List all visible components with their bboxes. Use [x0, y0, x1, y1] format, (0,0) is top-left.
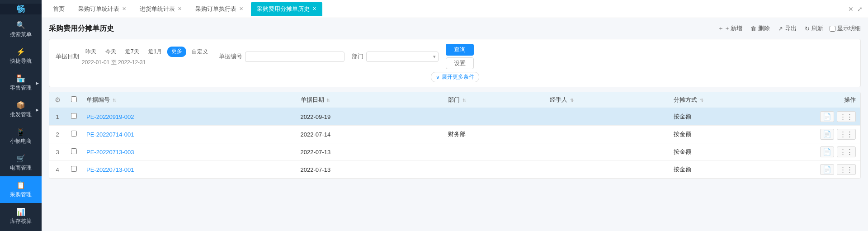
settings-column-header[interactable]: ⚙ — [49, 92, 66, 108]
docno-link[interactable]: PE-20220713-003 — [86, 149, 134, 156]
tab-home[interactable]: 首页 — [47, 2, 71, 16]
row-checkbox[interactable] — [71, 166, 77, 172]
docno-link[interactable]: PE-20220714-001 — [86, 131, 134, 138]
docno-column-header: 单据编号 ⇅ — [82, 92, 296, 108]
docno-link[interactable]: PE-20220713-001 — [86, 166, 134, 173]
more-action-icon[interactable]: ⋮⋮ — [837, 129, 856, 140]
table-row: 3 PE-20220713-003 2022-07-13 按金额 📄 ⋮⋮ — [49, 143, 860, 161]
tab-close-icon[interactable]: ✕ — [122, 6, 126, 12]
row-docdate-cell: 2022-07-14 — [296, 126, 443, 143]
col-label: 部门 — [448, 96, 460, 103]
table-body: 1 PE-20220919-002 2022-09-19 按金额 📄 ⋮⋮ 2 — [49, 108, 860, 179]
tab-close-icon[interactable]: ✕ — [239, 6, 243, 12]
select-all-checkbox[interactable] — [71, 96, 77, 102]
sidebar-item-label: 快捷导航 — [10, 57, 32, 65]
sort-icon[interactable]: ⇅ — [326, 98, 330, 103]
sidebar-item-quick-nav[interactable]: ⚡ 快捷导航 — [0, 43, 42, 70]
tab-label: 进货单统计表 — [140, 5, 175, 13]
display-toggle-label: 显示明细 — [837, 24, 861, 33]
main-area: 首页 采购订单统计表 ✕ 进货单统计表 ✕ 采购订单执行表 ✕ 采购费用分摊单历… — [42, 0, 868, 231]
dept-select[interactable] — [366, 52, 439, 62]
chevron-right-icon: ▶ — [36, 81, 39, 85]
add-label: + 新增 — [726, 24, 742, 33]
more-action-icon[interactable]: ⋮⋮ — [837, 111, 856, 122]
content-area: 采购费用分摊单历史 ＋ + 新增 🗑 删除 ↗ 导出 ↻ 刷新 — [42, 18, 868, 231]
view-action-icon[interactable]: 📄 — [820, 164, 834, 175]
row-checkbox[interactable] — [71, 148, 77, 154]
export-button[interactable]: ↗ 导出 — [776, 24, 798, 33]
view-action-icon[interactable]: 📄 — [820, 146, 834, 157]
view-action-icon[interactable]: 📄 — [820, 129, 834, 140]
more-action-icon[interactable]: ⋮⋮ — [837, 146, 856, 157]
tab-home-label: 首页 — [53, 5, 65, 13]
date-btn-more[interactable]: 更多 — [167, 47, 186, 57]
view-action-icon[interactable]: 📄 — [820, 111, 834, 122]
sidebar-item-purchase[interactable]: 📋 采购管理 — [0, 176, 42, 203]
row-action-cell: 📄 ⋮⋮ — [815, 161, 860, 179]
date-btn-yesterday[interactable]: 昨天 — [82, 47, 100, 57]
docno-input[interactable] — [245, 52, 344, 62]
row-splitmethod-cell: 按金额 — [669, 143, 815, 161]
row-checkbox[interactable] — [71, 113, 77, 119]
sidebar: 畅 🔍 搜索菜单 ⚡ 快捷导航 🏪 零售管理 ▶ 📦 批发管理 ▶ 📱 小畅电商… — [0, 0, 42, 231]
refresh-icon: ↻ — [805, 25, 810, 32]
col-label: 单据编号 — [86, 96, 110, 103]
docno-link[interactable]: PE-20220919-002 — [86, 113, 134, 120]
sidebar-item-retail[interactable]: 🏪 零售管理 ▶ — [0, 70, 42, 96]
row-checkbox-cell — [66, 126, 82, 143]
refresh-label: 刷新 — [811, 24, 823, 33]
more-action-icon[interactable]: ⋮⋮ — [837, 164, 856, 175]
row-checkbox[interactable] — [71, 131, 77, 137]
sidebar-item-wholesale[interactable]: 📦 批发管理 ▶ — [0, 96, 42, 123]
delete-button[interactable]: 🗑 删除 — [749, 24, 772, 33]
add-button[interactable]: ＋ + 新增 — [716, 24, 744, 33]
sidebar-item-search[interactable]: 🔍 搜索菜单 — [0, 16, 42, 43]
date-btn-7days[interactable]: 近7天 — [122, 47, 143, 57]
filter-area: 单据日期 昨天 今天 近7天 近1月 更多 自定义 2022-01-01 至 2… — [49, 39, 861, 87]
row-docdate-cell: 2022-07-13 — [296, 161, 443, 179]
box-icon: 📦 — [16, 101, 25, 109]
cart-icon: 🛒 — [16, 154, 25, 163]
sort-icon[interactable]: ⇅ — [700, 98, 703, 103]
lightning-icon: ⚡ — [16, 47, 25, 56]
tab-bar: 首页 采购订单统计表 ✕ 进货单统计表 ✕ 采购订单执行表 ✕ 采购费用分摊单历… — [42, 0, 868, 18]
sidebar-item-label: 搜索菜单 — [10, 31, 32, 38]
sidebar-item-label: 电商管理 — [10, 164, 32, 172]
chart-icon: 📊 — [16, 207, 25, 216]
date-btn-today[interactable]: 今天 — [102, 47, 120, 57]
display-toggle-checkbox[interactable] — [830, 26, 835, 32]
date-btn-custom[interactable]: 自定义 — [188, 47, 212, 57]
expand-more-button[interactable]: ∨ 展开更多条件 — [431, 72, 479, 82]
maximize-icon[interactable]: ⤢ — [857, 5, 863, 13]
setting-button[interactable]: 设置 — [446, 57, 474, 69]
settings-icon[interactable]: ⚙ — [55, 96, 61, 104]
close-window-icon[interactable]: ✕ — [848, 5, 854, 13]
docdate-column-header: 单据日期 ⇅ — [296, 92, 443, 108]
row-docno-cell: PE-20220714-001 — [82, 126, 296, 143]
tab-purchase-cost-history[interactable]: 采购费用分摊单历史 ✕ — [251, 2, 322, 16]
row-dept-cell — [443, 143, 545, 161]
tab-close-icon[interactable]: ✕ — [312, 6, 316, 12]
tab-label: 采购费用分摊单历史 — [257, 5, 310, 13]
query-button[interactable]: 查询 — [446, 44, 474, 56]
sort-icon[interactable]: ⇅ — [462, 98, 466, 103]
sidebar-item-miniapp[interactable]: 📱 小畅电商 — [0, 123, 42, 150]
tab-purchase-order-exec[interactable]: 采购订单执行表 ✕ — [189, 2, 249, 16]
display-toggle: 显示明细 — [830, 24, 861, 33]
toolbar: ＋ + 新增 🗑 删除 ↗ 导出 ↻ 刷新 显示明细 — [716, 24, 861, 33]
table-row: 4 PE-20220713-001 2022-07-13 按金额 📄 ⋮⋮ — [49, 161, 860, 179]
sort-icon[interactable]: ⇅ — [113, 98, 116, 103]
tab-inbound-stats[interactable]: 进货单统计表 ✕ — [134, 2, 188, 16]
sidebar-item-ecommerce[interactable]: 🛒 电商管理 — [0, 150, 42, 176]
splitmethod-column-header: 分摊方式 ⇅ — [669, 92, 815, 108]
row-docdate-cell: 2022-07-13 — [296, 143, 443, 161]
row-splitmethod-cell: 按金额 — [669, 126, 815, 143]
tab-close-icon[interactable]: ✕ — [178, 6, 182, 12]
docno-filter-label: 单据编号 — [219, 52, 242, 61]
tab-purchase-order-stats[interactable]: 采购订单统计表 ✕ — [72, 2, 132, 16]
sidebar-item-inventory[interactable]: 📊 库存核算 — [0, 203, 42, 230]
col-label: 分摊方式 — [674, 96, 697, 103]
sort-icon[interactable]: ⇅ — [570, 98, 574, 103]
refresh-button[interactable]: ↻ 刷新 — [803, 24, 825, 33]
date-btn-1month[interactable]: 近1月 — [145, 47, 166, 57]
